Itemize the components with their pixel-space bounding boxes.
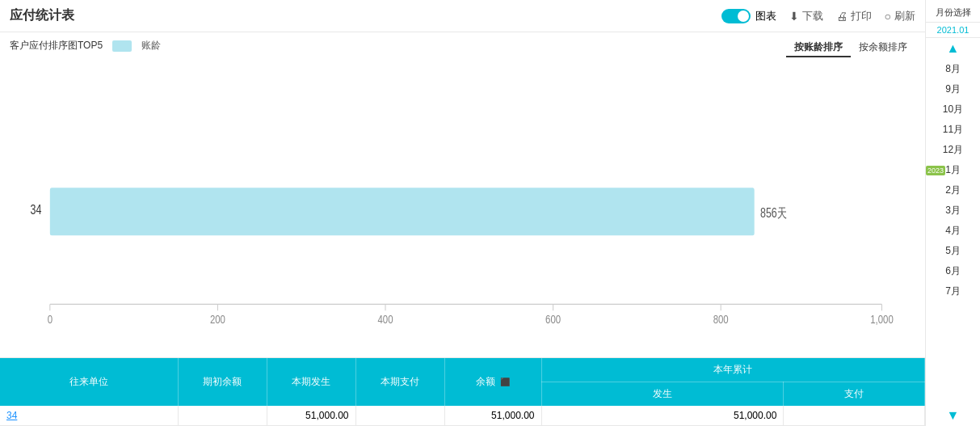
month-label: 9月 xyxy=(945,83,961,95)
cell-ytd-payment xyxy=(784,406,925,426)
month-label: 6月 xyxy=(945,265,961,276)
sidebar-month-item[interactable]: 5月 xyxy=(926,241,980,261)
sidebar-month-item[interactable]: 3月 xyxy=(926,200,980,221)
legend-box xyxy=(112,40,132,52)
month-label: 11月 xyxy=(943,124,963,135)
month-label: 10月 xyxy=(943,103,963,115)
svg-text:400: 400 xyxy=(377,313,393,327)
svg-text:1,000: 1,000 xyxy=(870,313,894,327)
sidebar: 月份选择 2021.01 ▲ 8月9月10月11月12月20231月2月3月4月… xyxy=(925,0,980,426)
sidebar-month-list: 8月9月10月11月12月20231月2月3月4月5月6月7月 xyxy=(926,59,980,405)
col-ytd-payment: 支付 xyxy=(784,382,925,407)
chart-controls: 按账龄排序 按余额排序 xyxy=(786,39,915,57)
header: 应付统计表 图表 ⬇ 下载 🖨 打印 ○ 刷新 xyxy=(0,0,925,32)
month-label: 3月 xyxy=(945,205,961,216)
col-balance: 余额 ⬛ xyxy=(444,358,541,406)
chart-wrapper: 34 856天 0 200 400 600 800 1,000 xyxy=(10,61,915,357)
chart-bar xyxy=(50,188,755,235)
legend-main-label: 客户应付排序图TOP5 xyxy=(10,39,103,53)
month-label: 4月 xyxy=(945,225,961,236)
col-opening-balance: 期初余额 xyxy=(178,358,267,406)
sidebar-month-item[interactable]: 10月 xyxy=(926,99,980,120)
toggle-track[interactable] xyxy=(721,9,751,23)
month-label: 5月 xyxy=(945,245,961,256)
sidebar-month-item[interactable]: 4月 xyxy=(926,221,980,241)
sidebar-month-item[interactable]: 20231月 xyxy=(926,160,980,180)
chart-legend: 客户应付排序图TOP5 账龄 xyxy=(10,39,161,53)
sidebar-down-button[interactable]: ▼ xyxy=(926,405,980,426)
refresh-label: 刷新 xyxy=(894,9,915,23)
sidebar-up-button[interactable]: ▲ xyxy=(926,38,980,59)
svg-text:600: 600 xyxy=(545,313,561,327)
cell-opening-balance xyxy=(178,406,267,426)
balance-sort-icon: ⬛ xyxy=(500,377,510,386)
download-button[interactable]: ⬇ 下载 xyxy=(789,9,823,23)
cell-source-unit[interactable]: 34 xyxy=(0,406,178,426)
cell-balance: 51,000.00 xyxy=(444,406,541,426)
sidebar-month-item[interactable]: 6月 xyxy=(926,261,980,281)
refresh-button[interactable]: ○ 刷新 xyxy=(885,9,915,23)
sidebar-title: 月份选择 xyxy=(926,3,980,23)
month-label: 12月 xyxy=(943,144,963,155)
col-current-occurrence: 本期发生 xyxy=(267,358,355,406)
cell-current-payment xyxy=(355,406,444,426)
sidebar-month-item[interactable]: 9月 xyxy=(926,79,980,99)
year-badge: 2023 xyxy=(926,166,945,175)
bar-end-label: 856天 xyxy=(760,206,787,221)
svg-text:0: 0 xyxy=(48,313,53,327)
table-section: 往来单位 期初余额 本期发生 本期支付 余额 ⬛ 本年累计 发生 支付 xyxy=(0,357,925,426)
download-label: 下载 xyxy=(802,9,823,23)
svg-text:200: 200 xyxy=(210,313,225,327)
header-actions: 图表 ⬇ 下载 🖨 打印 ○ 刷新 xyxy=(721,9,915,23)
sidebar-month-item[interactable]: 11月 xyxy=(926,120,980,140)
sidebar-month-item[interactable]: 8月 xyxy=(926,59,980,79)
refresh-icon: ○ xyxy=(885,10,891,23)
month-label: 8月 xyxy=(945,63,961,74)
month-label: 7月 xyxy=(945,285,961,297)
table-row: 34 51,000.00 51,000.00 51,000.00 xyxy=(0,406,925,426)
chart-section: 客户应付排序图TOP5 账龄 按账龄排序 按余额排序 34 856天 xyxy=(0,32,925,357)
sidebar-month-item[interactable]: 7月 xyxy=(926,281,980,302)
chart-toggle[interactable]: 图表 xyxy=(721,9,776,23)
print-label: 打印 xyxy=(851,9,872,23)
sidebar-current-month: 2021.01 xyxy=(926,23,980,38)
month-label: 1月 xyxy=(945,164,961,175)
print-icon: 🖨 xyxy=(836,10,848,23)
cell-ytd-occurrence: 51,000.00 xyxy=(541,406,784,426)
chart-svg: 34 856天 0 200 400 600 800 1,000 xyxy=(10,61,915,357)
toggle-thumb xyxy=(738,11,749,22)
print-button[interactable]: 🖨 打印 xyxy=(836,9,872,23)
col-current-payment: 本期支付 xyxy=(355,358,444,406)
page-title: 应付统计表 xyxy=(10,7,74,24)
data-table: 往来单位 期初余额 本期发生 本期支付 余额 ⬛ 本年累计 发生 支付 xyxy=(0,358,925,426)
sidebar-month-item[interactable]: 12月 xyxy=(926,140,980,160)
bar-y-label: 34 xyxy=(31,203,42,217)
svg-text:800: 800 xyxy=(713,313,729,327)
sidebar-month-item[interactable]: 2月 xyxy=(926,180,980,200)
chart-toggle-label: 图表 xyxy=(755,9,776,23)
sort-by-amount-button[interactable]: 按余额排序 xyxy=(851,39,915,57)
month-label: 2月 xyxy=(945,184,961,196)
col-ytd-occurrence: 发生 xyxy=(541,382,784,407)
sort-by-balance-button[interactable]: 按账龄排序 xyxy=(786,39,851,57)
cell-current-occurrence: 51,000.00 xyxy=(267,406,355,426)
col-ytd-group: 本年累计 xyxy=(541,358,925,382)
download-icon: ⬇ xyxy=(789,10,799,23)
col-source-unit: 往来单位 xyxy=(0,358,178,406)
legend-sub-label: 账龄 xyxy=(141,39,161,53)
